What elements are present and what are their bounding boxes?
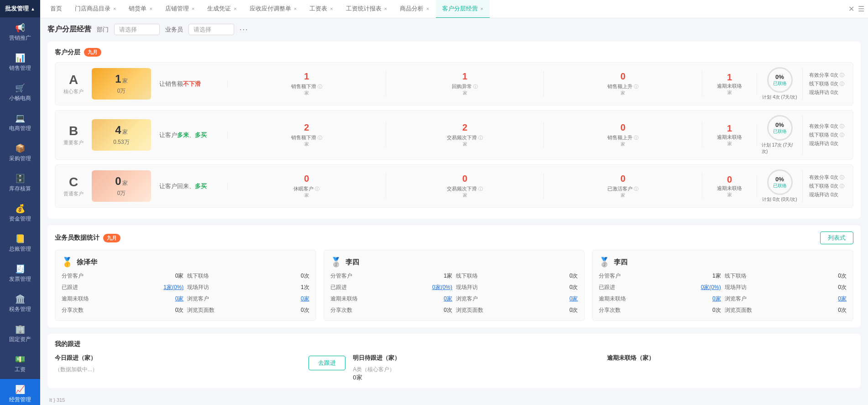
goto-followup-button[interactable]: 去跟进 — [309, 356, 345, 370]
customer-tier-title: 客户分层 九月 — [55, 48, 853, 57]
sidebar-item-dscgl[interactable]: 💻 电商管理 — [0, 108, 40, 138]
yxtg-icon: 📢 — [15, 23, 25, 33]
sidebar-brand[interactable]: 批发管理 ▲ — [0, 0, 40, 17]
sidebar-item-xsgl[interactable]: 📊 销售管理 — [0, 47, 40, 78]
overdue-title: 逾期未联络（家） — [607, 354, 846, 362]
more-filters-button[interactable]: ··· — [240, 26, 248, 34]
tier-c-right-stats: 有效分享 0次 ⓘ 线下联络 0次 ⓘ 现场拜访 0次 — [803, 174, 853, 198]
sidebar-item-kchj[interactable]: 🗄️ 库存核算 — [0, 168, 40, 198]
tab-sales-order[interactable]: 销货单 × — [122, 0, 158, 18]
tab-store-manage[interactable]: 店铺管理 × — [159, 0, 201, 18]
gdzy-icon: 🏢 — [15, 324, 25, 334]
staff-section-title: 业务员数据统计 九月 — [55, 234, 120, 242]
page-content: 客户分层经营 部门 请选择 业务员 请选择 ··· 客户分层 九月 A 核心客户 — [40, 18, 868, 405]
sidebar-brand-label: 批发管理 — [5, 5, 29, 13]
tier-b-label: B 重要客户 — [55, 124, 92, 146]
staff-card-1: 🥈 李四 分管客户 1家 线下联络 0次 已跟进 — [324, 250, 585, 321]
tier-a-stat-1[interactable]: 1 销售额下滑 ⓘ 家 — [228, 71, 386, 96]
fpgl-icon: 🧾 — [15, 264, 25, 274]
today-title: 今日跟进（家） — [55, 354, 301, 362]
sidebar-item-zzgl[interactable]: 📒 总账管理 — [0, 228, 40, 258]
tier-c-stat-3[interactable]: 0 已激活客户 ⓘ 家 — [544, 174, 702, 199]
tab-payroll-report[interactable]: 工资统计报表 × — [340, 0, 393, 18]
tier-row-b: B 重要客户 4 家 0.53万 让客户多来、多买 2 销售额下滑 ⓘ 家 — [55, 110, 853, 160]
tab-store-items[interactable]: 门店商品目录 × — [68, 0, 122, 18]
kchj-icon: 🗄️ — [15, 174, 25, 184]
tier-a-suggestion: 让销售额不下滑 — [155, 80, 228, 88]
month-badge: 九月 — [84, 48, 101, 57]
sidebar-item-xcdsc[interactable]: 🛒 小畅电商 — [0, 78, 40, 108]
staff-grid: 🥇 徐泽华 分管客户 0家 线下联络 0次 已跟进 — [55, 250, 853, 321]
sidebar-item-label: 电商管理 — [9, 125, 31, 132]
close-icon[interactable]: × — [149, 6, 152, 11]
followup-title: 我的跟进 — [55, 340, 853, 348]
staff-name-1: 🥈 李四 — [330, 257, 578, 268]
sidebar-item-cggl[interactable]: 📦 采购管理 — [0, 138, 40, 168]
sidebar-item-zjgl[interactable]: 💰 资金管理 — [0, 198, 40, 228]
sidebar-item-label: 工资 — [15, 366, 26, 373]
dept-label: 部门 — [97, 26, 109, 34]
staff-section: 业务员数据统计 九月 列表式 🥇 徐泽华 分管客户 0家 — [47, 225, 861, 327]
tier-c-stat-2[interactable]: 0 交易频次下滑 ⓘ 家 — [386, 174, 544, 199]
sidebar-item-label: 经营管理 — [9, 396, 31, 404]
sidebar-item-gz[interactable]: 💵 工资 — [0, 349, 40, 379]
more-tabs-icon[interactable]: ☰ — [858, 5, 864, 13]
close-icon[interactable]: × — [234, 6, 236, 11]
tier-b-circle: 0% 已联络 计划 17次 (7天/次) — [757, 115, 803, 155]
close-icon[interactable]: × — [384, 6, 387, 11]
tab-gen-voucher[interactable]: 生成凭证 × — [201, 0, 243, 18]
tab-home[interactable]: 首页 — [44, 0, 68, 18]
tab-close-area[interactable]: ✕ ☰ — [848, 5, 864, 13]
tier-row-a: A 核心客户 1 家 0万 让销售额不下滑 1 销售额下滑 ⓘ 家 — [55, 62, 853, 105]
zjgl-icon: 💰 — [15, 204, 25, 214]
tier-a-stat-3[interactable]: 0 销售额上升 ⓘ 家 — [544, 71, 702, 96]
close-icon[interactable]: × — [481, 6, 483, 11]
dept-select[interactable]: 请选择 — [114, 24, 160, 35]
sidebar-item-label: 库存核算 — [9, 185, 31, 193]
sidebar-item-label: 税务管理 — [9, 305, 31, 313]
close-icon[interactable]: × — [294, 6, 297, 11]
tab-ar-ap[interactable]: 应收应付调整单 × — [243, 0, 303, 18]
staff-card-2: 🥈 李四 分管客户 1家 线下联络 0次 已跟进 — [592, 250, 853, 321]
tier-a-overdue: 1 逾期未联络 家 — [702, 72, 757, 96]
tab-payroll[interactable]: 工资表 × — [303, 0, 339, 18]
close-icon[interactable]: × — [426, 6, 429, 11]
jygl-icon: 📈 — [15, 384, 25, 394]
sidebar-item-gdzy[interactable]: 🏢 固定资产 — [0, 319, 40, 349]
tier-c-suggestion: 让客户回来、多买 — [155, 182, 228, 190]
tier-b-right-stats: 有效分享 0次 ⓘ 线下联络 0次 ⓘ 现场拜访 0次 — [803, 123, 853, 147]
tier-a-stat-2[interactable]: 1 回购异常 ⓘ 家 — [386, 71, 544, 96]
page-header: 客户分层经营 部门 请选择 业务员 请选择 ··· — [47, 24, 861, 35]
tier-row-c: C 普通客户 0 家 0万 让客户回来、多买 0 休眠客户 ⓘ 家 — [55, 164, 853, 208]
tier-a-circle: 0% 已联络 计划 4次 (7天/次) — [757, 67, 803, 100]
gz-icon: 💵 — [15, 354, 25, 364]
staff-select[interactable]: 请选择 — [188, 24, 234, 35]
tab-customer-tier[interactable]: 客户分层经营 × — [436, 0, 490, 18]
sidebar-item-jygl[interactable]: 📈 经营管理 — [0, 379, 40, 405]
sidebar-item-yxtg[interactable]: 📢 营销推广 — [0, 17, 40, 47]
tier-c-overdue: 0 逾期未联络 家 — [702, 174, 757, 198]
tier-c-label: C 普通客户 — [55, 175, 92, 197]
customer-tier-section: 客户分层 九月 A 核心客户 1 家 0万 让销售额不下滑 — [47, 42, 861, 219]
tier-b-stat-2[interactable]: 2 交易频次下滑 ⓘ 家 — [386, 122, 544, 147]
tier-b-stat-1[interactable]: 2 销售额下滑 ⓘ 家 — [228, 122, 386, 147]
tier-b-suggestion: 让客户多来、多买 — [155, 131, 228, 139]
sidebar-item-swgl[interactable]: 🏛️ 税务管理 — [0, 289, 40, 319]
main-area: 首页 门店商品目录 × 销货单 × 店铺管理 × 生成凭证 × 应收应付调整单 … — [40, 0, 868, 405]
close-icon[interactable]: × — [113, 6, 116, 11]
tier-c-stat-1[interactable]: 0 休眠客户 ⓘ 家 — [228, 174, 386, 199]
list-view-button[interactable]: 列表式 — [820, 231, 853, 244]
staff-name-2: 🥈 李四 — [599, 257, 847, 268]
tier-b-stat-3[interactable]: 0 销售额上升 ⓘ 家 — [544, 122, 702, 147]
close-icon[interactable]: × — [192, 6, 194, 11]
bottom-text: It } 315 — [47, 394, 861, 403]
close-window-icon[interactable]: ✕ — [848, 5, 854, 13]
followup-today: 今日跟进（家） （数据加载中...） — [55, 354, 309, 373]
zzgl-icon: 📒 — [15, 234, 25, 244]
sidebar-item-fpgl[interactable]: 🧾 发票管理 — [0, 258, 40, 289]
medal-icon-2: 🥈 — [599, 257, 610, 268]
close-icon[interactable]: × — [330, 6, 333, 11]
tab-product-analysis[interactable]: 商品分析 × — [393, 0, 435, 18]
medal-icon-1: 🥈 — [330, 257, 342, 268]
staff-name-0: 🥇 徐泽华 — [62, 257, 309, 268]
